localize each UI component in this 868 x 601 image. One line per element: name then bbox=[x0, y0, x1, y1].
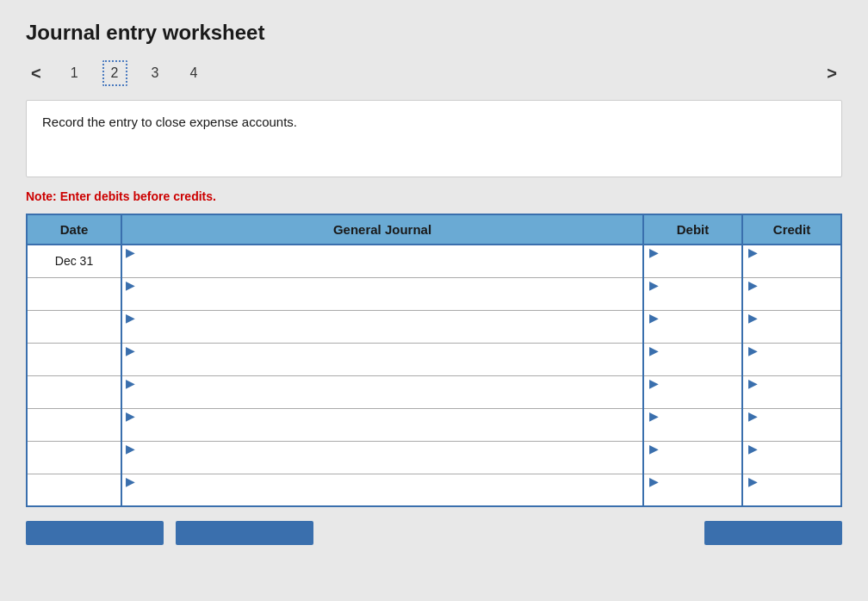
credit-input-5[interactable] bbox=[748, 423, 835, 440]
debit-cell-7[interactable]: ▶ bbox=[643, 474, 742, 506]
tab-1[interactable]: 1 bbox=[64, 62, 85, 84]
credit-arrow-2: ▶ bbox=[748, 311, 758, 325]
debit-arrow-0: ▶ bbox=[649, 245, 659, 259]
debit-arrow-6: ▶ bbox=[649, 442, 659, 455]
journal-cell-0[interactable]: ▶ bbox=[121, 245, 643, 277]
credit-input-3[interactable] bbox=[748, 357, 835, 375]
debit-input-5[interactable] bbox=[649, 423, 736, 440]
date-input-6[interactable] bbox=[33, 449, 115, 466]
credit-input-2[interactable] bbox=[748, 325, 835, 342]
journal-arrow-1: ▶ bbox=[126, 278, 135, 292]
credit-cell-6[interactable]: ▶ bbox=[742, 441, 841, 474]
journal-input-3[interactable] bbox=[126, 357, 637, 375]
debit-input-7[interactable] bbox=[649, 488, 736, 505]
table-row: ▶▶▶ bbox=[27, 310, 841, 343]
credit-input-7[interactable] bbox=[748, 488, 835, 505]
journal-cell-1[interactable]: ▶ bbox=[121, 277, 643, 310]
credit-cell-5[interactable]: ▶ bbox=[742, 408, 841, 441]
date-cell-5[interactable] bbox=[27, 408, 121, 441]
credit-cell-2[interactable]: ▶ bbox=[742, 310, 841, 343]
tab-2[interactable]: 2 bbox=[102, 60, 127, 86]
date-input-1[interactable] bbox=[33, 285, 115, 302]
journal-input-0[interactable] bbox=[126, 259, 637, 276]
journal-cell-6[interactable]: ▶ bbox=[121, 441, 643, 474]
debit-cell-4[interactable]: ▶ bbox=[643, 375, 742, 408]
tab-3[interactable]: 3 bbox=[145, 62, 166, 84]
date-input-5[interactable] bbox=[33, 416, 115, 433]
table-row: ▶▶▶ bbox=[27, 375, 841, 408]
debit-input-2[interactable] bbox=[649, 325, 736, 342]
journal-arrow-2: ▶ bbox=[126, 311, 135, 325]
journal-input-6[interactable] bbox=[126, 455, 637, 473]
instruction-text: Record the entry to close expense accoun… bbox=[42, 115, 297, 129]
next-arrow[interactable]: > bbox=[822, 62, 842, 85]
bottom-button-1[interactable] bbox=[26, 521, 164, 545]
bottom-row bbox=[26, 521, 842, 545]
credit-cell-1[interactable]: ▶ bbox=[742, 277, 841, 310]
credit-cell-3[interactable]: ▶ bbox=[742, 343, 841, 375]
bottom-button-3[interactable] bbox=[704, 521, 842, 545]
table-row: Dec 31▶▶▶ bbox=[27, 245, 841, 277]
debit-cell-2[interactable]: ▶ bbox=[643, 310, 742, 343]
date-input-3[interactable] bbox=[33, 350, 115, 368]
journal-arrow-0: ▶ bbox=[126, 245, 135, 259]
journal-input-4[interactable] bbox=[126, 390, 637, 407]
debit-input-0[interactable] bbox=[649, 259, 736, 276]
journal-input-7[interactable] bbox=[126, 488, 637, 505]
debit-cell-6[interactable]: ▶ bbox=[643, 441, 742, 474]
date-input-4[interactable] bbox=[33, 383, 115, 400]
debit-arrow-7: ▶ bbox=[649, 474, 659, 488]
credit-cell-4[interactable]: ▶ bbox=[742, 375, 841, 408]
credit-input-6[interactable] bbox=[748, 455, 835, 473]
date-input-2[interactable] bbox=[33, 318, 115, 335]
debit-cell-1[interactable]: ▶ bbox=[643, 277, 742, 310]
date-cell-6[interactable] bbox=[27, 441, 121, 474]
debit-cell-5[interactable]: ▶ bbox=[643, 408, 742, 441]
journal-arrow-3: ▶ bbox=[126, 344, 135, 357]
credit-arrow-6: ▶ bbox=[748, 442, 758, 455]
journal-arrow-4: ▶ bbox=[126, 376, 135, 390]
debit-input-6[interactable] bbox=[649, 455, 736, 473]
table-row: ▶▶▶ bbox=[27, 343, 841, 375]
prev-arrow[interactable]: < bbox=[26, 62, 46, 85]
debit-input-1[interactable] bbox=[649, 292, 736, 309]
date-cell-0[interactable]: Dec 31 bbox=[27, 245, 121, 277]
credit-cell-7[interactable]: ▶ bbox=[742, 474, 841, 506]
table-row: ▶▶▶ bbox=[27, 408, 841, 441]
tab-4[interactable]: 4 bbox=[183, 62, 204, 84]
journal-input-1[interactable] bbox=[126, 292, 637, 309]
journal-arrow-6: ▶ bbox=[126, 442, 135, 455]
date-cell-4[interactable] bbox=[27, 375, 121, 408]
date-cell-7[interactable] bbox=[27, 474, 121, 506]
journal-cell-7[interactable]: ▶ bbox=[121, 474, 643, 506]
credit-input-4[interactable] bbox=[748, 390, 835, 407]
credit-cell-0[interactable]: ▶ bbox=[742, 245, 841, 277]
debit-arrow-1: ▶ bbox=[649, 278, 659, 292]
journal-cell-4[interactable]: ▶ bbox=[121, 375, 643, 408]
header-debit: Debit bbox=[643, 214, 742, 245]
bottom-button-2[interactable] bbox=[176, 521, 313, 545]
page-title: Journal entry worksheet bbox=[26, 21, 842, 45]
credit-arrow-1: ▶ bbox=[748, 278, 758, 292]
journal-cell-2[interactable]: ▶ bbox=[121, 310, 643, 343]
journal-cell-5[interactable]: ▶ bbox=[121, 408, 643, 441]
journal-input-5[interactable] bbox=[126, 423, 637, 440]
table-row: ▶▶▶ bbox=[27, 277, 841, 310]
date-input-7[interactable] bbox=[33, 481, 115, 499]
debit-cell-3[interactable]: ▶ bbox=[643, 343, 742, 375]
journal-input-2[interactable] bbox=[126, 325, 637, 342]
table-row: ▶▶▶ bbox=[27, 441, 841, 474]
debit-input-4[interactable] bbox=[649, 390, 736, 407]
journal-cell-3[interactable]: ▶ bbox=[121, 343, 643, 375]
date-cell-3[interactable] bbox=[27, 343, 121, 375]
debit-cell-0[interactable]: ▶ bbox=[643, 245, 742, 277]
table-row: ▶▶▶ bbox=[27, 474, 841, 506]
header-credit: Credit bbox=[742, 214, 841, 245]
date-cell-2[interactable] bbox=[27, 310, 121, 343]
credit-input-1[interactable] bbox=[748, 292, 835, 309]
debit-arrow-4: ▶ bbox=[649, 376, 659, 390]
date-cell-1[interactable] bbox=[27, 277, 121, 310]
debit-input-3[interactable] bbox=[649, 357, 736, 375]
credit-input-0[interactable] bbox=[748, 259, 835, 276]
journal-table: Date General Journal Debit Credit Dec 31… bbox=[26, 214, 842, 507]
